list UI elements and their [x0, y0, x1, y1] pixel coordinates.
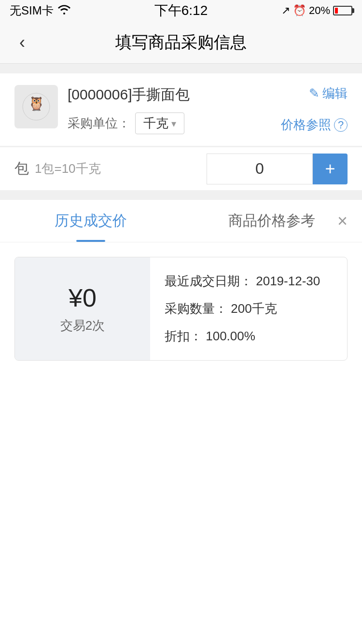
- unit-value: 千克: [143, 115, 168, 132]
- transaction-price-block: ¥0 交易2次: [15, 257, 150, 360]
- status-left: 无SIM卡: [10, 3, 71, 18]
- tabs-close-button[interactable]: ×: [337, 211, 348, 231]
- product-image: 🦉: [14, 85, 58, 128]
- back-button[interactable]: ‹: [14, 28, 30, 57]
- transaction-details: 最近成交日期： 2019-12-30 采购数量： 200千克 折扣： 100.0…: [150, 257, 347, 360]
- transaction-count: 交易2次: [60, 317, 105, 334]
- qty-label: 采购数量：: [165, 301, 227, 316]
- status-bar: 无SIM卡 下午6:12 ↗ ⏰ 20%: [0, 0, 362, 21]
- transaction-discount: 折扣： 100.00%: [165, 327, 333, 346]
- product-info: [0000006]手撕面包 采购单位： 千克 ▾: [68, 85, 190, 134]
- help-icon: ?: [334, 118, 348, 132]
- edit-icon: ✎: [309, 86, 320, 101]
- nav-bar: ‹ 填写商品采购信息: [0, 21, 362, 64]
- discount-label: 折扣：: [165, 329, 202, 343]
- tab-product-price-ref[interactable]: 商品价格参考: [181, 200, 362, 242]
- discount-value: 100.00%: [206, 329, 255, 343]
- battery-icon: [333, 6, 352, 15]
- transaction-date: 最近成交日期： 2019-12-30: [165, 272, 333, 291]
- edit-button[interactable]: ✎ 编辑: [309, 85, 348, 102]
- date-label: 最近成交日期：: [165, 274, 252, 288]
- transaction-card: ¥0 交易2次 最近成交日期： 2019-12-30 采购数量： 200千克 折…: [14, 257, 348, 361]
- price-ref-label: 价格参照: [281, 116, 331, 133]
- unit-row: 采购单位： 千克 ▾: [68, 112, 190, 134]
- status-time: 下午6:12: [154, 1, 208, 20]
- tab-active-indicator: [76, 240, 105, 242]
- product-name: [0000006]手撕面包: [68, 85, 190, 105]
- battery-pct: 20%: [309, 4, 330, 17]
- tab-product-ref-label: 商品价格参考: [228, 211, 315, 231]
- tabs-header: 历史成交价 商品价格参考 ×: [0, 200, 362, 242]
- product-card: 🦉 [0000006]手撕面包 采购单位： 千克 ▾ ✎ 编辑: [0, 73, 362, 146]
- alarm-icon: ⏰: [293, 4, 306, 17]
- product-right-col: ✎ 编辑 价格参照 ?: [281, 85, 348, 133]
- edit-label: 编辑: [322, 85, 348, 102]
- quantity-section: 包 1包=10千克 0 +: [0, 147, 362, 190]
- transaction-qty: 采购数量： 200千克: [165, 299, 333, 318]
- quantity-right: 0 +: [207, 154, 348, 184]
- status-right: ↗ ⏰ 20%: [281, 4, 352, 17]
- quantity-plus-button[interactable]: +: [313, 154, 348, 184]
- transaction-price: ¥0: [69, 283, 97, 312]
- quantity-unit-icon: 包: [14, 159, 29, 179]
- unit-label: 采购单位：: [68, 115, 130, 132]
- tabs-panel: 历史成交价 商品价格参考 × ¥0 交易2次 最近成交日期： 2019-12-3…: [0, 200, 362, 375]
- location-icon: ↗: [281, 4, 290, 17]
- unit-select[interactable]: 千克 ▾: [135, 112, 184, 134]
- quantity-note: 1包=10千克: [35, 160, 101, 177]
- svg-text:🦉: 🦉: [28, 96, 45, 112]
- nav-title: 填写商品采购信息: [115, 31, 247, 54]
- tab-history-label: 历史成交价: [55, 211, 127, 231]
- network-label: 无SIM卡: [10, 3, 54, 18]
- quantity-value: 0: [255, 160, 264, 178]
- unit-arrow-icon: ▾: [171, 118, 176, 129]
- plus-icon: +: [325, 159, 335, 179]
- quantity-input[interactable]: 0: [207, 154, 313, 184]
- wifi-icon: [57, 4, 71, 17]
- quantity-left: 包 1包=10千克: [14, 159, 101, 179]
- history-content: ¥0 交易2次 最近成交日期： 2019-12-30 采购数量： 200千克 折…: [0, 242, 362, 375]
- section-divider: [0, 191, 362, 200]
- price-ref-button[interactable]: 价格参照 ?: [281, 116, 348, 133]
- date-value: 2019-12-30: [256, 274, 320, 288]
- qty-value: 200千克: [231, 301, 277, 316]
- tab-history-price[interactable]: 历史成交价: [0, 200, 181, 242]
- empty-content-area: [0, 375, 362, 644]
